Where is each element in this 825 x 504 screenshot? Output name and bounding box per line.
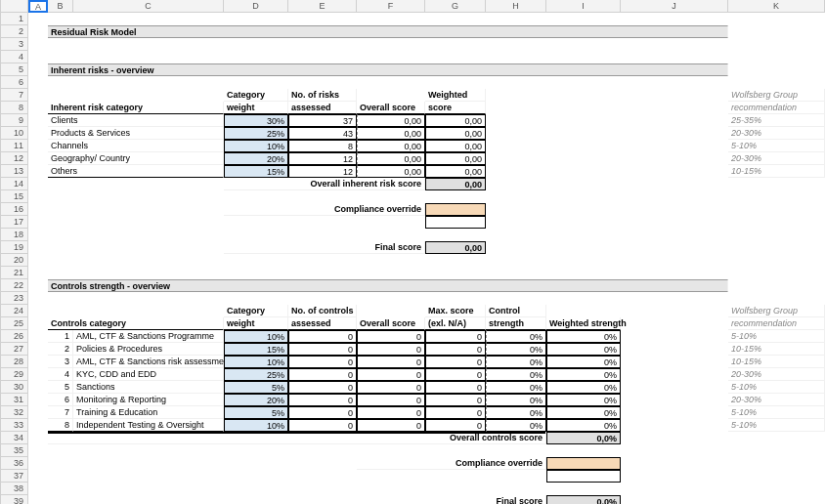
col-H[interactable]: H	[486, 0, 546, 13]
hdr-num-b: assessed	[288, 102, 357, 114]
rec-hdr1: Wolfsberg Group	[728, 89, 825, 102]
rec-hdr2: recommendation	[728, 102, 825, 114]
ctrl-ws: 0%	[546, 419, 621, 432]
risk-score: 0,00	[357, 140, 425, 152]
risk-weight[interactable]: 20%	[224, 152, 288, 165]
risk-name: Products & Services	[48, 127, 224, 140]
ctrl-strength: 0%	[486, 406, 546, 419]
row-14[interactable]: 14	[1, 178, 28, 190]
row-8[interactable]: 8	[1, 102, 28, 114]
row-31[interactable]: 31	[1, 394, 28, 406]
row-39[interactable]: 39	[1, 495, 28, 504]
ctrl-num: 1	[48, 330, 73, 343]
ctrl-ws: 0%	[546, 330, 621, 343]
ctrl-weight[interactable]: 10%	[224, 356, 288, 368]
ctrl-name: AML, CTF & Sanctions Programme	[73, 330, 224, 343]
ctrl-weight[interactable]: 10%	[224, 419, 288, 432]
row-3[interactable]: 3	[1, 38, 28, 51]
row-15[interactable]: 15	[1, 190, 28, 203]
spreadsheet-grid[interactable]: ABCDEFGHIJK12345678910111213141516171819…	[0, 0, 825, 504]
ctrl-num: 6	[48, 394, 73, 406]
risk-weight[interactable]: 10%	[224, 140, 288, 152]
row-12[interactable]: 12	[1, 152, 28, 165]
row-26[interactable]: 26	[1, 330, 28, 343]
override-input-b[interactable]	[546, 457, 621, 470]
override-label-a: Compliance override	[224, 203, 425, 216]
row-19[interactable]: 19	[1, 241, 28, 254]
col-D[interactable]: D	[224, 0, 288, 13]
risk-weight[interactable]: 25%	[224, 127, 288, 140]
row-37[interactable]: 37	[1, 470, 28, 483]
row-21[interactable]: 21	[1, 267, 28, 279]
override-input-b2[interactable]	[546, 470, 621, 483]
ctrl-weight[interactable]: 10%	[224, 330, 288, 343]
row-7[interactable]: 7	[1, 89, 28, 102]
ctrl-rec: 10-15%	[728, 356, 825, 368]
ctrl-weight[interactable]: 5%	[224, 406, 288, 419]
risk-weight[interactable]: 15%	[224, 165, 288, 178]
risk-weight[interactable]: 30%	[224, 114, 288, 127]
col-E[interactable]: E	[288, 0, 357, 13]
final-value-a: 0,00	[425, 241, 486, 254]
row-2[interactable]: 2	[1, 25, 28, 38]
risk-wscore: 0,00	[425, 127, 486, 140]
row-36[interactable]: 36	[1, 457, 28, 470]
row-13[interactable]: 13	[1, 165, 28, 178]
row-25[interactable]: 25	[1, 317, 28, 330]
overall-ctrl-value: 0,0%	[546, 432, 621, 444]
row-5[interactable]: 5	[1, 63, 28, 76]
row-28[interactable]: 28	[1, 356, 28, 368]
row-24[interactable]: 24	[1, 305, 28, 317]
corner[interactable]	[1, 0, 28, 13]
ctrl-ws: 0%	[546, 368, 621, 381]
col-G[interactable]: G	[425, 0, 486, 13]
ctrl-strength: 0%	[486, 394, 546, 406]
ctrl-assessed: 0	[288, 343, 357, 356]
ctrl-weight[interactable]: 15%	[224, 343, 288, 356]
row-20[interactable]: 20	[1, 254, 28, 267]
row-10[interactable]: 10	[1, 127, 28, 140]
overall-risk-label: Overall inherent risk score	[224, 178, 425, 190]
col-A[interactable]: A	[28, 0, 48, 13]
row-34[interactable]: 34	[1, 432, 28, 444]
ctrl-rec: 5-10%	[728, 419, 825, 432]
ctrl-ws: 0%	[546, 343, 621, 356]
ctrl-name: AML, CTF & Sanctions risk assessment	[73, 356, 224, 368]
row-11[interactable]: 11	[1, 140, 28, 152]
ctrl-assessed: 0	[288, 419, 357, 432]
override-input-a2[interactable]	[425, 216, 486, 229]
override-input-a[interactable]	[425, 203, 486, 216]
row-35[interactable]: 35	[1, 444, 28, 457]
col-I[interactable]: I	[546, 0, 621, 13]
row-18[interactable]: 18	[1, 229, 28, 241]
ctrl-weight[interactable]: 20%	[224, 394, 288, 406]
row-29[interactable]: 29	[1, 368, 28, 381]
hdr-wscore-b: score	[425, 102, 486, 114]
col-J[interactable]: J	[621, 0, 728, 13]
row-30[interactable]: 30	[1, 381, 28, 394]
b-max-b: (exl. N/A)	[425, 317, 486, 330]
row-32[interactable]: 32	[1, 406, 28, 419]
ctrl-num: 4	[48, 368, 73, 381]
row-38[interactable]: 38	[1, 483, 28, 495]
row-22[interactable]: 22	[1, 279, 28, 292]
row-17[interactable]: 17	[1, 216, 28, 229]
col-K[interactable]: K	[728, 0, 825, 13]
row-16[interactable]: 16	[1, 203, 28, 216]
ctrl-weight[interactable]: 5%	[224, 381, 288, 394]
row-33[interactable]: 33	[1, 419, 28, 432]
col-F[interactable]: F	[357, 0, 425, 13]
ctrl-weight[interactable]: 25%	[224, 368, 288, 381]
risk-rec: 20-30%	[728, 127, 825, 140]
risk-wscore: 0,00	[425, 165, 486, 178]
col-B[interactable]: B	[48, 0, 73, 13]
row-6[interactable]: 6	[1, 76, 28, 89]
row-9[interactable]: 9	[1, 114, 28, 127]
col-C[interactable]: C	[73, 0, 224, 13]
row-23[interactable]: 23	[1, 292, 28, 305]
row-4[interactable]: 4	[1, 51, 28, 63]
risk-name: Others	[48, 165, 224, 178]
row-1[interactable]: 1	[1, 13, 28, 25]
risk-name: Channels	[48, 140, 224, 152]
row-27[interactable]: 27	[1, 343, 28, 356]
